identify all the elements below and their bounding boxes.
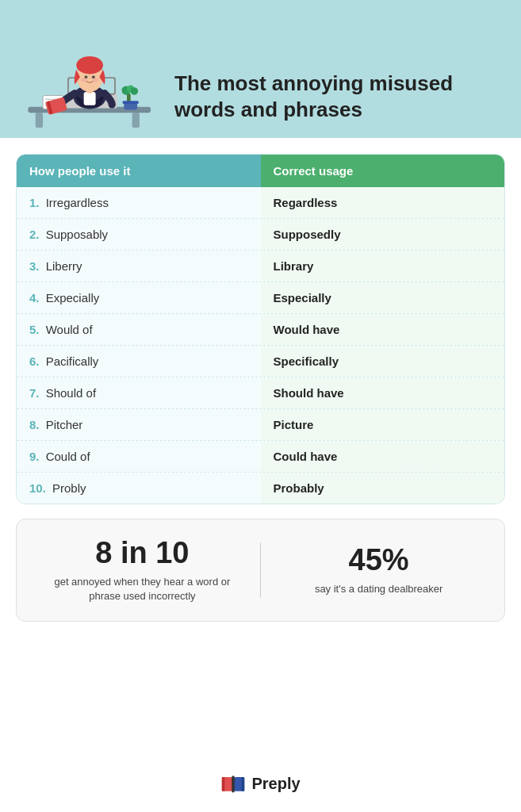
row-number: 1. <box>29 196 40 209</box>
table-cell-correct: Picture <box>261 409 505 440</box>
table-cell-correct: Probably <box>261 473 505 504</box>
table-cell-wrong: 7. Should of <box>17 377 261 408</box>
table-cell-correct: Could have <box>261 441 505 472</box>
svg-point-18 <box>81 79 87 82</box>
row-number: 10. <box>29 481 46 495</box>
footer: Preply <box>0 758 521 812</box>
stat-right-number: 45% <box>349 544 409 577</box>
svg-rect-1 <box>36 113 43 128</box>
table-cell-correct: Would have <box>261 314 505 345</box>
stat-left: 8 in 10 get annoyed when they hear a wor… <box>25 537 260 603</box>
table-cell-wrong: 10. Probly <box>17 473 261 504</box>
svg-rect-29 <box>222 777 225 791</box>
table-row: 8. PitcherPicture <box>17 408 504 440</box>
person-illustration <box>24 19 159 138</box>
table-cell-correct: Regardless <box>261 187 505 218</box>
row-number: 4. <box>29 291 40 304</box>
preply-logo: Preply <box>220 772 300 795</box>
svg-rect-11 <box>84 92 96 105</box>
header-illustration <box>24 19 167 138</box>
table-row: 6. PacificallySpecifically <box>17 345 504 377</box>
main-content: How people use it Correct usage 1. Irreg… <box>0 138 521 758</box>
stat-right: 45% say it's a dating dealbreaker <box>261 544 496 596</box>
table-cell-correct: Supposedly <box>261 219 505 250</box>
table-row: 3. LiberryLibrary <box>17 250 504 282</box>
preply-icon <box>220 772 246 795</box>
row-number: 8. <box>29 418 40 431</box>
row-number: 2. <box>29 228 40 241</box>
table-row: 1. IrregardlessRegardless <box>17 187 504 218</box>
table-row: 5. Would ofWould have <box>17 313 504 345</box>
svg-point-19 <box>93 79 99 82</box>
row-number: 6. <box>29 354 40 368</box>
table-row: 9. Could ofCould have <box>17 440 504 472</box>
svg-point-15 <box>76 56 103 75</box>
table-cell-correct: Especially <box>261 282 505 313</box>
table-cell-wrong: 5. Would of <box>17 314 261 345</box>
misused-words-table: How people use it Correct usage 1. Irreg… <box>16 154 505 504</box>
svg-rect-32 <box>232 776 236 792</box>
table-header-row: How people use it Correct usage <box>17 155 504 187</box>
row-number: 9. <box>29 450 40 463</box>
stat-right-desc: say it's a dating dealbreaker <box>315 582 442 596</box>
brand-name: Preply <box>251 775 300 793</box>
col-right-header: Correct usage <box>261 155 505 187</box>
row-number: 3. <box>29 259 40 273</box>
table-cell-wrong: 6. Pacifically <box>17 346 261 377</box>
svg-point-25 <box>131 87 138 94</box>
table-cell-wrong: 8. Pitcher <box>17 409 261 440</box>
table-cell-wrong: 2. Supposably <box>17 219 261 250</box>
row-number: 5. <box>29 323 40 336</box>
table-cell-wrong: 4. Expecially <box>17 282 261 313</box>
table-row: 10. ProblyProbably <box>17 472 504 504</box>
svg-point-16 <box>85 75 88 79</box>
table-cell-correct: Specifically <box>261 346 505 377</box>
svg-rect-31 <box>242 777 245 791</box>
row-number: 7. <box>29 386 40 400</box>
table-row: 4. ExpeciallyEspecially <box>17 282 504 313</box>
table-cell-correct: Library <box>261 251 505 282</box>
table-cell-wrong: 3. Liberry <box>17 251 261 282</box>
svg-rect-27 <box>122 101 139 104</box>
stat-left-desc: get annoyed when they hear a word or phr… <box>37 575 247 603</box>
page-title: The most annoying misused words and phra… <box>174 71 497 122</box>
svg-rect-2 <box>132 113 140 128</box>
table-cell-wrong: 9. Could of <box>17 441 261 472</box>
header-title-area: The most annoying misused words and phra… <box>167 71 497 138</box>
table-body: 1. IrregardlessRegardless2. SupposablySu… <box>17 187 504 504</box>
svg-point-17 <box>92 75 95 79</box>
table-cell-wrong: 1. Irregardless <box>17 187 261 218</box>
stat-left-number: 8 in 10 <box>95 537 189 570</box>
col-left-header: How people use it <box>17 155 261 187</box>
table-cell-correct: Should have <box>261 377 505 408</box>
table-row: 7. Should ofShould have <box>17 377 504 408</box>
stats-card: 8 in 10 get annoyed when they hear a wor… <box>16 519 505 622</box>
table-row: 2. SupposablySupposedly <box>17 218 504 250</box>
header-section: The most annoying misused words and phra… <box>0 0 521 138</box>
